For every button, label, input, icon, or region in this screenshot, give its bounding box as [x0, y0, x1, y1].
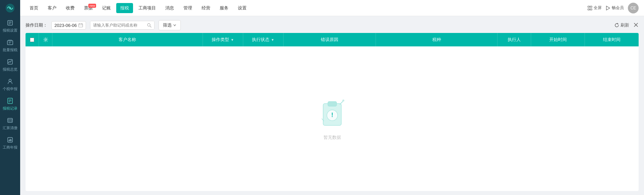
fullscreen-button[interactable]: 全屏 — [588, 5, 602, 11]
status-sort-icon: ▼ — [271, 38, 274, 42]
sidebar-item-batch-tax[interactable]: 批量报税 — [0, 36, 20, 55]
th-checkbox[interactable] — [26, 33, 39, 46]
svg-rect-25 — [588, 9, 590, 10]
sidebar-item-tax-summary[interactable]: 报税总览 — [0, 55, 20, 75]
sidebar-item-annual-report-label: 工商年报 — [3, 145, 17, 150]
filter-button[interactable]: 筛选 — [159, 20, 181, 30]
member-button[interactable]: 畅会员 — [606, 5, 624, 11]
table-body: ! 暂无数据 — [26, 46, 639, 191]
sidebar-item-annual-report[interactable]: 工商年报 — [0, 133, 20, 153]
refresh-button[interactable]: 刷新 — [614, 22, 629, 28]
page-content: 操作日期： 2023-06-06 — [20, 16, 644, 195]
sidebar-item-tax-records-label: 报税记录 — [3, 106, 17, 111]
date-label: 操作日期： — [26, 22, 47, 28]
svg-rect-28 — [79, 24, 83, 27]
svg-rect-26 — [590, 9, 592, 10]
nav-item-tax[interactable]: 报税 — [116, 3, 133, 13]
select-all-checkbox[interactable] — [30, 38, 34, 42]
th-executor: 执行人 — [498, 33, 531, 46]
search-box — [90, 21, 155, 30]
settings-icon — [43, 37, 48, 42]
sidebar-item-batch-tax-label: 批量报税 — [3, 47, 17, 52]
th-settings[interactable] — [39, 33, 52, 46]
th-taxtype: 税种 — [376, 33, 498, 46]
tax-records-icon — [6, 97, 14, 105]
th-optype[interactable]: 操作类型 ▼ — [203, 33, 243, 46]
sidebar: 报税设置 批量报税 报税总览 — [0, 0, 20, 195]
svg-point-17 — [9, 121, 10, 122]
refresh-label: 刷新 — [620, 22, 629, 28]
th-client: 客户名称 — [52, 33, 203, 46]
svg-text:!: ! — [331, 112, 333, 118]
svg-rect-15 — [8, 118, 12, 122]
sidebar-item-tax-settings-label: 报税设置 — [3, 28, 17, 33]
search-icon — [147, 23, 152, 28]
th-starttime: 开始时间 — [531, 33, 585, 46]
date-picker[interactable]: 2023-06-06 — [51, 21, 86, 30]
svg-line-33 — [150, 26, 151, 28]
nav-item-messages[interactable]: 消息 — [161, 3, 178, 13]
empty-illustration: ! — [317, 97, 347, 130]
sidebar-item-settlement[interactable]: 汇算清缴 — [0, 114, 20, 133]
sidebar-item-tax-records[interactable]: 报税记录 — [0, 94, 20, 114]
svg-rect-24 — [590, 6, 592, 7]
svg-point-36 — [45, 39, 46, 41]
nav-item-invoices[interactable]: 票据 new — [80, 3, 97, 13]
nav-item-home[interactable]: 首页 — [26, 3, 42, 13]
toolbar: 操作日期： 2023-06-06 — [26, 20, 639, 30]
personal-tax-icon — [6, 77, 14, 85]
th-endtime: 结束时间 — [585, 33, 639, 46]
fullscreen-icon — [588, 6, 592, 10]
close-icon — [633, 22, 639, 28]
filter-label: 筛选 — [163, 22, 172, 28]
nav-item-operations[interactable]: 经营 — [198, 3, 214, 13]
batch-tax-icon — [6, 38, 14, 46]
nav-item-accounting[interactable]: 记账 — [98, 3, 115, 13]
close-button[interactable] — [633, 22, 639, 29]
nav-item-billing[interactable]: 收费 — [62, 3, 79, 13]
svg-point-1 — [9, 7, 11, 9]
date-value: 2023-06-06 — [54, 23, 77, 28]
calendar-icon — [78, 23, 83, 28]
search-input[interactable] — [90, 21, 144, 29]
sidebar-item-personal-tax-label: 个税申报 — [3, 86, 17, 91]
refresh-icon — [614, 23, 619, 28]
svg-point-42 — [342, 100, 344, 102]
tax-summary-icon — [6, 58, 14, 66]
sidebar-logo[interactable] — [0, 0, 20, 16]
annual-report-icon — [6, 136, 14, 144]
content-area: 操作日期： 2023-06-06 — [20, 16, 644, 195]
svg-point-32 — [147, 24, 150, 26]
th-error: 错误原因 — [284, 33, 376, 46]
nav-item-management[interactable]: 管理 — [179, 3, 196, 13]
svg-rect-23 — [588, 6, 590, 7]
search-button[interactable] — [144, 21, 154, 29]
table-header: 客户名称 操作类型 ▼ 执行状态 ▼ 错误原因 税种 — [26, 33, 639, 46]
chevron-down-icon — [173, 24, 176, 27]
nav-item-clients[interactable]: 客户 — [44, 3, 60, 13]
svg-point-10 — [9, 79, 11, 82]
sidebar-item-personal-tax[interactable]: 个税申报 — [0, 75, 20, 94]
svg-rect-21 — [10, 139, 10, 141]
sidebar-item-tax-summary-label: 报税总览 — [3, 67, 17, 72]
table-container: 客户名称 操作类型 ▼ 执行状态 ▼ 错误原因 税种 — [26, 33, 639, 191]
svg-point-18 — [11, 121, 12, 122]
empty-text: 暂无数据 — [324, 134, 341, 141]
new-badge: new — [88, 4, 96, 8]
svg-rect-22 — [11, 140, 11, 142]
sidebar-item-tax-settings[interactable]: 报税设置 — [0, 16, 20, 36]
play-icon — [606, 6, 610, 10]
nav-item-industrial[interactable]: 工商项目 — [134, 3, 160, 13]
top-nav: 首页 客户 收费 票据 new 记账 报税 工商项目 消息 管理 经营 服务 设… — [20, 0, 644, 16]
main-area: 首页 客户 收费 票据 new 记账 报税 工商项目 消息 管理 经营 服务 设… — [20, 0, 644, 195]
tax-settings-icon — [6, 19, 14, 27]
svg-rect-38 — [328, 102, 337, 106]
nav-items: 首页 客户 收费 票据 new 记账 报税 工商项目 消息 管理 经营 服务 设… — [26, 3, 588, 13]
svg-marker-27 — [606, 6, 610, 10]
sidebar-nav: 报税设置 批量报税 报税总览 — [0, 16, 20, 153]
user-avatar[interactable]: CE — [628, 3, 639, 13]
nav-item-services[interactable]: 服务 — [216, 3, 232, 13]
nav-item-settings[interactable]: 设置 — [234, 3, 251, 13]
optype-sort-icon: ▼ — [230, 38, 234, 42]
th-status[interactable]: 执行状态 ▼ — [243, 33, 284, 46]
